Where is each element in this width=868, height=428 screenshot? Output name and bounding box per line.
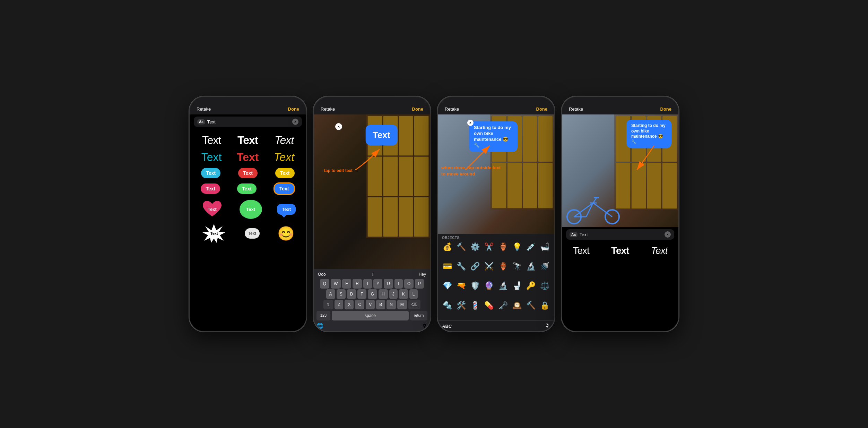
text-style-plain[interactable]: Text	[202, 134, 221, 147]
globe-icon[interactable]: 🌐	[316, 323, 323, 329]
emoji-hammer[interactable]: 🔨	[454, 242, 468, 260]
cloud-bubble[interactable]: Text	[245, 228, 260, 239]
key-r[interactable]: R	[353, 279, 362, 289]
circle-green[interactable]: Text	[240, 200, 262, 219]
mic-icon[interactable]: 🎙	[422, 323, 427, 329]
key-t[interactable]: T	[363, 279, 372, 289]
emoji-pill[interactable]: 💊	[483, 300, 496, 319]
key-v[interactable]: V	[366, 300, 375, 309]
key-a[interactable]: A	[326, 289, 335, 299]
emoji-crystal-ball[interactable]: 🔮	[483, 281, 496, 299]
bubble-red[interactable]: Text	[238, 168, 258, 178]
key-return[interactable]: return	[410, 311, 427, 320]
phone4-retake[interactable]: Retake	[569, 106, 583, 112]
key-b[interactable]: B	[376, 300, 385, 309]
emoji-pistol[interactable]: 🔫	[454, 281, 468, 299]
key-w[interactable]: W	[331, 279, 341, 289]
phone1-retake[interactable]: Retake	[197, 106, 211, 112]
phone4-done[interactable]: Done	[660, 106, 672, 112]
emoji-scales[interactable]: ⚖️	[538, 281, 552, 299]
suggestion-1[interactable]: Ooo	[318, 272, 326, 277]
key-q[interactable]: Q	[320, 279, 329, 289]
phone2-retake[interactable]: Retake	[321, 106, 335, 112]
emoji-toilet[interactable]: 🚽	[510, 281, 523, 299]
emoji-bulb[interactable]: 💡	[510, 242, 523, 260]
emoji-microscope[interactable]: 🔬	[524, 261, 538, 280]
phone3-done[interactable]: Done	[536, 106, 548, 112]
emoji-clock[interactable]: 🕰️	[510, 300, 523, 319]
emoji-nut[interactable]: 🔩	[441, 300, 454, 319]
key-z[interactable]: Z	[335, 300, 343, 309]
emoji-lock[interactable]: 🔒	[538, 300, 552, 319]
emoji-vase2[interactable]: 🏺	[496, 261, 510, 280]
phone1-done[interactable]: Done	[288, 106, 300, 112]
emoji-swords[interactable]: ⚔️	[483, 261, 496, 280]
bubble-blue-outline[interactable]: Text	[274, 182, 295, 195]
emoji-hammer2[interactable]: 🔨	[524, 300, 538, 319]
bubble-cyan[interactable]: Text	[201, 168, 220, 178]
bubble-yellow[interactable]: Text	[275, 168, 295, 178]
bubble-green[interactable]: Text	[237, 183, 257, 194]
emoji-mic-icon[interactable]: 🎙	[545, 323, 550, 329]
text-search-bar-4[interactable]: Aa Text ×	[566, 229, 674, 240]
phone2-done[interactable]: Done	[412, 106, 424, 112]
key-shift[interactable]: ⇧	[323, 300, 333, 309]
heart-container[interactable]: Text	[200, 199, 224, 219]
text-style-italic-4[interactable]: Text	[651, 245, 668, 256]
emoji-bathtub[interactable]: 🛁	[538, 242, 552, 260]
key-x[interactable]: X	[345, 300, 354, 309]
close-button-4[interactable]: ×	[665, 231, 671, 238]
emoji-gear[interactable]: ⚙️	[469, 242, 482, 260]
emoji-syringe[interactable]: 💉	[524, 242, 538, 260]
emoji-tools[interactable]: 🛠️	[454, 300, 468, 319]
explosion-container[interactable]: Text	[201, 223, 227, 243]
smiley-emoji[interactable]: 😊	[277, 225, 295, 242]
key-s[interactable]: S	[337, 289, 346, 299]
emoji-money-bag[interactable]: 💰	[441, 242, 454, 260]
key-c[interactable]: C	[355, 300, 364, 309]
key-o[interactable]: O	[404, 279, 414, 289]
key-l[interactable]: L	[409, 289, 418, 299]
key-e[interactable]: E	[342, 279, 351, 289]
emoji-old-key[interactable]: 🗝️	[496, 300, 510, 319]
key-u[interactable]: U	[384, 279, 393, 289]
text-style-italic[interactable]: Text	[275, 134, 294, 147]
text-style-plain-4[interactable]: Text	[573, 245, 589, 256]
key-g[interactable]: G	[368, 289, 377, 299]
phone3-retake[interactable]: Retake	[445, 106, 459, 112]
emoji-key[interactable]: 🔑	[524, 281, 538, 299]
key-h[interactable]: H	[379, 289, 388, 299]
suggestion-3[interactable]: Hey	[419, 272, 426, 277]
close-button[interactable]: ×	[292, 119, 298, 125]
text-style-bold-4[interactable]: Text	[611, 245, 629, 256]
emoji-shield[interactable]: 🛡️	[469, 281, 482, 299]
emoji-telescope[interactable]: 🔭	[510, 261, 523, 280]
speech-bubble-blue[interactable]: Text	[277, 204, 296, 215]
key-k[interactable]: K	[399, 289, 408, 299]
key-space[interactable]: space	[332, 311, 409, 320]
emoji-scissors[interactable]: ✂️	[483, 242, 496, 260]
key-n[interactable]: N	[387, 300, 396, 309]
key-123[interactable]: 123	[316, 311, 330, 320]
suggestion-2[interactable]: I	[372, 272, 373, 277]
text-search-bar[interactable]: Aa Text ×	[194, 117, 302, 127]
x-button-3[interactable]: ×	[467, 120, 474, 126]
key-m[interactable]: M	[397, 300, 407, 309]
text-style-cyan[interactable]: Text	[201, 151, 222, 164]
emoji-grid[interactable]: 💰 🔨 ⚙️ ✂️ 🏺 💡 💉 🛁 💳 🔧 🔗 ⚔️ 🏺 🔭 🔬 🚿	[438, 240, 554, 320]
x-button-2[interactable]: ×	[335, 123, 342, 130]
key-p[interactable]: P	[415, 279, 424, 289]
emoji-barber[interactable]: 💈	[469, 300, 482, 319]
text-style-yellow[interactable]: Text	[274, 151, 294, 164]
emoji-diamond[interactable]: 💎	[441, 281, 454, 299]
emoji-card[interactable]: 💳	[441, 261, 454, 280]
text-style-bold[interactable]: Text	[237, 134, 258, 147]
emoji-microscope2[interactable]: 🔬	[496, 281, 510, 299]
key-j[interactable]: J	[389, 289, 398, 299]
key-delete[interactable]: ⌫	[408, 300, 420, 309]
bubble-pink[interactable]: Text	[201, 183, 220, 194]
emoji-shower[interactable]: 🚿	[538, 261, 552, 280]
emoji-wrench[interactable]: 🔧	[454, 261, 468, 280]
text-style-red[interactable]: Text	[237, 151, 259, 164]
key-f[interactable]: F	[357, 289, 366, 299]
